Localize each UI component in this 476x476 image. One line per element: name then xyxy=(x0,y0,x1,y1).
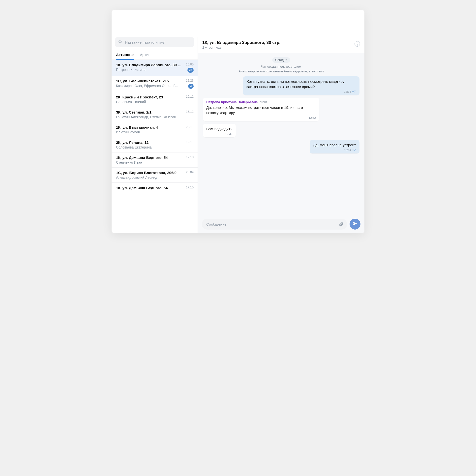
chat-item-time: 12.11 xyxy=(186,140,194,144)
chat-item-time: 19.12 xyxy=(186,95,194,98)
sidebar: Активные Архив 1К, ул. Владимира Заровно… xyxy=(112,37,198,233)
tab-archive[interactable]: Архив xyxy=(140,51,150,60)
chat-item-main: 1С, ул. Большевистская, 215Казимиров Оле… xyxy=(116,79,183,89)
conversation-subtitle: 2 участника xyxy=(202,46,352,49)
date-pill: Сегодня xyxy=(272,57,290,63)
read-double-check-icon xyxy=(352,149,356,151)
chat-item-meta: 16.12 xyxy=(186,110,194,119)
chat-item-subtitle: Ганюхин Александр, Степченко Иван xyxy=(116,115,183,119)
chat-item-subtitle: Соловьев Евгений xyxy=(116,100,183,104)
chat-item-main: 1К, ул. Владимира Заровного, 30 стр.Петр… xyxy=(116,63,183,73)
message-meta: 12:32 xyxy=(206,132,232,135)
conversation-header-main: 1К, ул. Владимира Заровного, 30 стр. 2 у… xyxy=(202,40,352,49)
message-author-role: агент xyxy=(260,100,267,104)
message-text: Хотел узнать, есть ли возможность посмот… xyxy=(246,79,356,89)
message-time: 12:32 xyxy=(309,116,316,119)
message-time: 12:14 xyxy=(344,149,351,151)
chat-item-main: 2К, Красный Проспект, 23Соловьев Евгений xyxy=(116,95,183,104)
message-row-incoming: Вам подходит?12:32 xyxy=(203,124,359,137)
app-body: Активные Архив 1К, ул. Владимира Заровно… xyxy=(112,37,364,233)
chat-list-item[interactable]: 2К, ул. Ленина, 12Соловьева Екатерина12.… xyxy=(112,137,198,152)
unread-badge: 23 xyxy=(187,68,194,73)
message-text: Да, меня вполне устроит xyxy=(313,142,356,148)
system-note-line: Александровский Константин Александрович… xyxy=(203,69,359,74)
chat-list[interactable]: 1К, ул. Владимира Заровного, 30 стр.Петр… xyxy=(112,60,198,233)
chat-item-time: 23.09 xyxy=(186,171,194,174)
message-text: Вам подходит? xyxy=(206,126,232,131)
chat-list-item[interactable]: 1С, ул. Большевистская, 215Казимиров Оле… xyxy=(112,76,198,92)
message-row-outgoing: Да, меня вполне устроит12:14 xyxy=(203,140,359,153)
chat-item-subtitle: Казимиров Олег, Ефремова Ольга, Г... xyxy=(116,84,183,88)
chat-list-item[interactable]: 1К, ул. Демьяна Бедного, 54Степченко Ива… xyxy=(112,152,198,168)
svg-line-1 xyxy=(121,42,122,43)
message-input[interactable] xyxy=(206,222,336,226)
read-double-check-icon xyxy=(352,90,356,93)
compose-input-container[interactable] xyxy=(202,219,347,230)
chat-item-time: 12:23 xyxy=(186,79,194,82)
chat-item-title: 2К, ул. Ленина, 12 xyxy=(116,140,183,145)
chat-item-main: 1С, ул. Бориса Блогаткова, 206/9Александ… xyxy=(116,171,183,179)
chat-item-meta: 19.12 xyxy=(186,95,194,104)
conversation-pane: 1К, ул. Владимира Заровного, 30 стр. 2 у… xyxy=(198,37,364,233)
chat-item-time: 17.10 xyxy=(186,155,194,159)
search-wrap xyxy=(112,37,198,50)
message-bubble[interactable]: Хотел узнать, есть ли возможность посмот… xyxy=(243,76,359,95)
chat-app-window: Активные Архив 1К, ул. Владимира Заровно… xyxy=(112,10,364,233)
chat-list-item[interactable]: 1К. ул. Демьяна Бедного. 5417.10 xyxy=(112,183,198,194)
chat-item-meta: 10:0523 xyxy=(186,63,194,73)
chat-item-title: 1К, ул. Владимира Заровного, 30 стр. xyxy=(116,63,183,67)
search-icon xyxy=(118,39,122,45)
system-note: Чат создан пользователем Александровский… xyxy=(203,64,359,74)
conversation-title: 1К, ул. Владимира Заровного, 30 стр. xyxy=(202,40,352,45)
composer xyxy=(198,215,364,233)
message-bubble[interactable]: Вам подходит?12:32 xyxy=(203,124,236,137)
chat-item-time: 23.11 xyxy=(186,125,194,129)
unread-badge: 4 xyxy=(188,84,194,89)
svg-point-2 xyxy=(357,42,358,43)
chat-item-subtitle: Илюхин Роман xyxy=(116,130,183,134)
chat-list-item[interactable]: 3К, ул. Степная, 2/1Ганюхин Александр, С… xyxy=(112,107,198,122)
message-row-outgoing: Хотел узнать, есть ли возможность посмот… xyxy=(203,76,359,95)
chat-item-main: 1К. ул. Демьяна Бедного. 54 xyxy=(116,186,183,191)
svg-rect-3 xyxy=(357,44,357,46)
chat-item-title: 3К, ул. Степная, 2/1 xyxy=(116,110,183,114)
chat-item-title: 2К, Красный Проспект, 23 xyxy=(116,95,183,99)
chat-item-subtitle: Степченко Иван xyxy=(116,160,183,164)
chat-item-meta: 12:234 xyxy=(186,79,194,89)
chat-item-meta: 23.11 xyxy=(186,125,194,134)
chat-item-title: 1С, ул. Бориса Блогаткова, 206/9 xyxy=(116,171,183,175)
info-icon[interactable] xyxy=(355,41,360,47)
chat-item-title: 1К. ул. Демьяна Бедного. 54 xyxy=(116,186,183,190)
window-top-spacer xyxy=(112,10,364,37)
chat-list-item[interactable]: 1К, ул. Владимира Заровного, 30 стр.Петр… xyxy=(112,60,198,76)
chat-item-meta: 17.10 xyxy=(186,186,194,191)
chat-item-meta: 17.10 xyxy=(186,155,194,164)
chat-item-main: 1К, ул. Выставочная, 4Илюхин Роман xyxy=(116,125,183,134)
chat-item-subtitle: Соловьева Екатерина xyxy=(116,145,183,149)
chat-list-item[interactable]: 1С, ул. Бориса Блогаткова, 206/9Александ… xyxy=(112,168,198,183)
message-time: 12:32 xyxy=(225,132,233,135)
message-bubble[interactable]: Петрова Кристина ВалерьевнаагентДа, коне… xyxy=(203,98,319,121)
chat-item-main: 2К, ул. Ленина, 12Соловьева Екатерина xyxy=(116,140,183,149)
chat-list-item[interactable]: 2К, Красный Проспект, 23Соловьев Евгений… xyxy=(112,92,198,107)
chat-item-meta: 23.09 xyxy=(186,171,194,179)
tab-active[interactable]: Активные xyxy=(116,51,134,60)
message-bubble[interactable]: Да, меня вполне устроит12:14 xyxy=(310,140,359,153)
date-separator: Сегодня xyxy=(272,58,290,62)
chat-item-main: 3К, ул. Степная, 2/1Ганюхин Александр, С… xyxy=(116,110,183,119)
paperclip-icon[interactable] xyxy=(338,221,344,227)
send-button[interactable] xyxy=(350,219,360,230)
chat-item-title: 1К, ул. Демьяна Бедного, 54 xyxy=(116,155,183,160)
chat-list-item[interactable]: 1К, ул. Выставочная, 4Илюхин Роман23.11 xyxy=(112,122,198,137)
search-input[interactable] xyxy=(125,40,191,44)
message-list[interactable]: Сегодня Чат создан пользователем Алексан… xyxy=(198,53,364,215)
search-input-container[interactable] xyxy=(115,37,194,47)
message-time: 12:14 xyxy=(344,90,351,93)
conversation-header: 1К, ул. Владимира Заровного, 30 стр. 2 у… xyxy=(198,37,364,53)
sidebar-tabs: Активные Архив xyxy=(112,50,198,60)
system-note-line: Чат создан пользователем xyxy=(203,64,359,69)
chat-item-subtitle: Александровский Леонид xyxy=(116,176,183,179)
message-meta: 12:14 xyxy=(246,90,356,93)
message-author-row: Петрова Кристина Валерьевнаагент xyxy=(206,100,316,104)
message-text: Да, конечно. Мы можем встретиться часов … xyxy=(206,105,316,115)
